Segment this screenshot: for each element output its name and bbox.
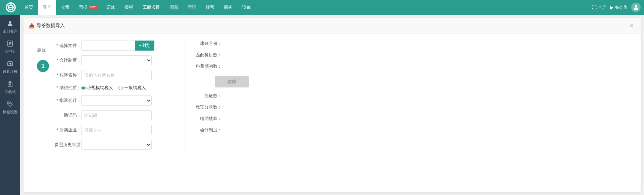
logo[interactable] bbox=[3, 0, 18, 15]
memo-code-row: 助记码： bbox=[54, 110, 178, 120]
recycle-label: 回收站 bbox=[5, 90, 16, 94]
history-year-label: 参照历史年度： bbox=[54, 142, 81, 148]
tax-type-row: * 纳税性质： 小规模纳税人 一般纳税人 bbox=[54, 85, 178, 91]
file-label: * 选择文件： bbox=[54, 43, 81, 49]
dialog-body: 建账 1 * 选择文件： +浏览 bbox=[23, 34, 641, 161]
file-input-group: +浏览 bbox=[81, 41, 154, 51]
sidebar-item-recycle[interactable]: 回收站 bbox=[1, 78, 19, 97]
new-badge: new bbox=[89, 5, 97, 10]
logo-icon bbox=[6, 2, 16, 12]
build-btn-container: 建账 bbox=[192, 76, 272, 87]
company-input[interactable] bbox=[81, 125, 152, 135]
fullscreen-icon: ⛶ bbox=[592, 5, 597, 10]
nav-tax[interactable]: 报税 bbox=[120, 0, 138, 15]
nav-operations[interactable]: 经营 bbox=[201, 0, 219, 15]
nav-invoices[interactable]: 票据 new bbox=[74, 0, 102, 15]
dialog-header: 📥 导爷数据导入 × bbox=[23, 18, 641, 34]
tax-radio-group: 小规模纳税人 一般纳税人 bbox=[81, 85, 146, 91]
fullscreen-label: 全屏 bbox=[598, 5, 606, 10]
nav-bookkeeping[interactable]: 记账 bbox=[102, 0, 120, 15]
nav-services[interactable]: 服务 bbox=[219, 0, 237, 15]
vip-icon: ▶ bbox=[610, 5, 614, 10]
book-name-row: * 账簿名称： bbox=[54, 70, 178, 80]
svg-point-0 bbox=[7, 4, 14, 11]
accountant-label: * 指派会计： bbox=[54, 97, 81, 104]
declare-icon bbox=[7, 40, 13, 48]
recycle-icon bbox=[7, 81, 13, 88]
file-text-input[interactable] bbox=[81, 41, 135, 51]
tax-type-label: * 纳税性质： bbox=[54, 85, 81, 91]
browse-button[interactable]: +浏览 bbox=[135, 41, 154, 51]
all-clients-label: 全部客户 bbox=[3, 29, 17, 34]
memo-code-label: 助记码： bbox=[54, 112, 81, 118]
nav-items: 首页 客户 收费 票据 new 记账 报税 工商项目 消息 管理 经营 服务 设… bbox=[20, 0, 255, 15]
accounting-system-info-label: 会计制度： bbox=[192, 127, 222, 133]
file-row: * 选择文件： +浏览 bbox=[54, 41, 178, 51]
sidebar-item-all-clients[interactable]: 全部客户 bbox=[1, 17, 19, 36]
accounting-system-label: * 会计制度： bbox=[54, 57, 81, 63]
nav-home[interactable]: 首页 bbox=[20, 0, 38, 15]
avatar[interactable] bbox=[631, 3, 641, 12]
nav-right: ⛶ 全屏 ▶ 畅会员 bbox=[592, 3, 641, 12]
vip-btn[interactable]: ▶ 畅会员 bbox=[610, 5, 627, 10]
history-year-select[interactable] bbox=[81, 140, 152, 150]
tags-icon bbox=[7, 101, 13, 109]
svg-point-1 bbox=[635, 5, 637, 8]
voucher-count-label: 凭证数： bbox=[192, 93, 222, 99]
form-area: * 选择文件： +浏览 * 会计制度： bbox=[54, 41, 178, 154]
dialog-title-icon: 📥 bbox=[29, 23, 35, 28]
history-year-row: 参照历史年度： bbox=[54, 140, 178, 150]
step-badge: 1 bbox=[37, 60, 49, 72]
close-button[interactable]: × bbox=[628, 22, 635, 29]
sidebar-item-migrate[interactable]: 账套迁移 bbox=[1, 58, 19, 76]
voucher-count-row: 凭证数： bbox=[192, 93, 272, 99]
nav-clients[interactable]: 客户 bbox=[38, 0, 56, 15]
fullscreen-btn[interactable]: ⛶ 全屏 bbox=[592, 5, 606, 10]
nav-fees[interactable]: 收费 bbox=[56, 0, 74, 15]
memo-code-input[interactable] bbox=[81, 110, 152, 120]
company-row: * 所属企业： bbox=[54, 125, 178, 135]
nav-manage[interactable]: 管理 bbox=[183, 0, 201, 15]
dialog-title-text: 导爷数据导入 bbox=[37, 23, 65, 29]
company-label: * 所属企业： bbox=[54, 127, 81, 133]
build-button[interactable]: 建账 bbox=[215, 76, 249, 87]
voucher-entries-row: 凭证分录数： bbox=[192, 104, 272, 110]
all-clients-icon bbox=[7, 20, 13, 28]
migrate-label: 账套迁移 bbox=[3, 69, 17, 74]
subject-init-row: 科目期初数： bbox=[192, 63, 272, 69]
accounting-system-row: * 会计制度： bbox=[54, 55, 178, 65]
dialog: 📥 导爷数据导入 × 建账 1 * 选择文件： bbox=[23, 18, 641, 192]
sidebar: 全部客户 0申报 账套迁移 bbox=[0, 15, 20, 195]
nav-settings[interactable]: 设置 bbox=[237, 0, 255, 15]
accountant-row: * 指派会计： bbox=[54, 95, 178, 106]
aux-accounting-label: 辅助核算： bbox=[192, 116, 222, 122]
accountant-select[interactable] bbox=[81, 95, 152, 106]
book-name-input[interactable] bbox=[81, 70, 152, 80]
info-section: 建账月份： 匹配科目数： 科目期初数： 建账 凭证 bbox=[185, 41, 272, 154]
declare-label: 0申报 bbox=[5, 49, 15, 54]
vip-label: 畅会员 bbox=[615, 5, 627, 10]
tax-option2[interactable]: 一般纳税人 bbox=[118, 85, 146, 91]
accounting-system-select[interactable] bbox=[81, 55, 152, 65]
svg-point-11 bbox=[9, 103, 9, 104]
nav-messages[interactable]: 消息 bbox=[165, 0, 183, 15]
migrate-icon bbox=[7, 60, 13, 68]
svg-point-2 bbox=[9, 21, 11, 24]
match-subjects-row: 匹配科目数： bbox=[192, 52, 272, 58]
subject-init-label: 科目期初数： bbox=[192, 63, 222, 69]
voucher-entries-label: 凭证分录数： bbox=[192, 104, 222, 110]
main-content: 📥 导爷数据导入 × 建账 1 * 选择文件： bbox=[20, 15, 644, 195]
nav-commerce[interactable]: 工商项目 bbox=[138, 0, 165, 15]
dialog-title: 📥 导爷数据导入 bbox=[29, 23, 65, 29]
main-layout: 全部客户 0申报 账套迁移 bbox=[0, 15, 644, 195]
top-nav: 首页 客户 收费 票据 new 记账 报税 工商项目 消息 管理 经营 服务 设… bbox=[0, 0, 644, 15]
sidebar-item-declare[interactable]: 0申报 bbox=[1, 38, 19, 56]
tags-label: 标签设置 bbox=[3, 110, 17, 114]
accounting-system-info-row: 会计制度： bbox=[192, 127, 272, 133]
match-subjects-label: 匹配科目数： bbox=[192, 52, 222, 58]
tax-option1[interactable]: 小规模纳税人 bbox=[81, 85, 113, 91]
sidebar-item-tags[interactable]: 标签设置 bbox=[1, 98, 19, 117]
build-month-row: 建账月份： bbox=[192, 41, 272, 47]
step-label: 建账 bbox=[37, 47, 49, 53]
step-section: 建账 1 * 选择文件： +浏览 bbox=[37, 41, 178, 154]
